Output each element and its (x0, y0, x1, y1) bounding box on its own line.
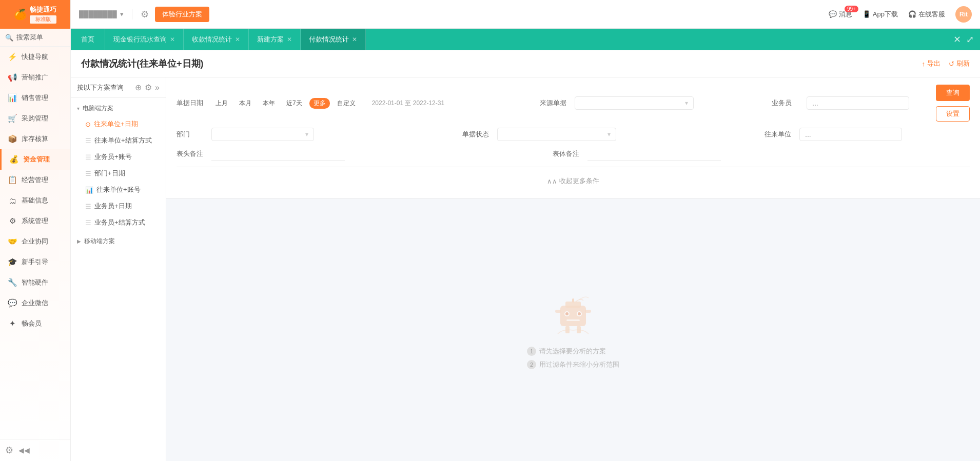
sidebar-item-finance[interactable]: 💰 资金管理 (0, 149, 70, 170)
scheme-item-staff-date[interactable]: ☰ 业务员+日期 (71, 198, 166, 214)
sidebar-item-purchase[interactable]: 🛒 采购管理 (0, 108, 70, 129)
date-label: 单据日期 (177, 98, 207, 108)
tab-payment-stats[interactable]: 付款情况统计 ✕ (301, 29, 366, 50)
notification-badge: 99+ (845, 6, 858, 12)
settings-bottom-icon[interactable]: ⚙ (5, 445, 13, 456)
search-menu[interactable]: 🔍 搜索菜单 (0, 29, 70, 47)
logo: 🍊 畅捷通巧 标准版 (0, 0, 70, 29)
sidebar-item-system[interactable]: ⚙ 系统管理 (0, 211, 70, 231)
tab-payment-stats-close[interactable]: ✕ (352, 36, 357, 43)
staff-label: 业务员 (772, 98, 802, 108)
topbar-divider (132, 9, 132, 19)
sidebar-label-cooperation: 企业协同 (22, 237, 48, 246)
scheme-item-partner-settlement[interactable]: ☰ 往来单位+结算方式 (71, 132, 166, 149)
scheme-add-icon[interactable]: ⊕ (135, 83, 142, 92)
company-dropdown-icon: ▾ (120, 10, 124, 18)
date-btn-this-month[interactable]: 本月 (235, 97, 256, 109)
purchase-icon: 🛒 (7, 113, 17, 124)
doc-status-arrow: ▾ (607, 131, 611, 138)
settings-btn[interactable]: 设置 (936, 106, 970, 122)
date-btn-last-7days[interactable]: 近7天 (282, 97, 306, 109)
sidebar-bottom: ⚙ ◀◀ (0, 439, 70, 461)
table-head-note-input[interactable] (211, 147, 345, 161)
empty-illustration (547, 290, 599, 342)
collapse-more-conditions-btn[interactable]: ∧∧ 收起更多条件 (177, 176, 970, 186)
sidebar-item-member[interactable]: ✦ 畅会员 (0, 313, 70, 334)
company-selector[interactable]: ████████ ▾ (79, 10, 124, 18)
tab-bank-flow[interactable]: 现金银行流水查询 ✕ (105, 29, 184, 50)
online-service-item[interactable]: 🎧 在线客服 (908, 10, 945, 19)
desktop-section-label: 电脑端方案 (83, 104, 113, 113)
app-download-item[interactable]: 📱 App下载 (863, 10, 898, 19)
collapse-sidebar-icon[interactable]: ◀◀ (18, 446, 30, 454)
tab-bank-flow-close[interactable]: ✕ (170, 36, 175, 43)
sidebar-item-basic-info[interactable]: 🗂 基础信息 (0, 190, 70, 211)
sidebar-item-operation[interactable]: 📋 经营管理 (0, 170, 70, 190)
sidebar-item-wechat[interactable]: 💬 企业微信 (0, 293, 70, 313)
table-body-note-input[interactable] (587, 147, 721, 161)
hint-num-1: 1 (527, 347, 536, 356)
sidebar-item-inventory[interactable]: 📦 库存核算 (0, 129, 70, 149)
dept-select[interactable]: ▾ (211, 128, 314, 141)
sidebar-item-hardware[interactable]: 🔧 智能硬件 (0, 272, 70, 293)
export-btn[interactable]: ↑ 导出 (922, 59, 941, 68)
desktop-section-header[interactable]: ▾ 电脑端方案 (71, 101, 166, 116)
scheme-item-dept-date[interactable]: ☰ 部门+日期 (71, 165, 166, 182)
tab-receipt-stats[interactable]: 收款情况统计 ✕ (184, 29, 249, 50)
app-download-label: App下载 (873, 10, 898, 19)
trial-btn[interactable]: 体验行业方案 (155, 7, 209, 22)
tab-receipt-stats-close[interactable]: ✕ (235, 36, 240, 43)
system-icon: ⚙ (7, 216, 17, 226)
inventory-icon: 📦 (7, 134, 17, 144)
date-btn-this-year[interactable]: 本年 (259, 97, 279, 109)
page-title: 付款情况统计(往来单位+日期) (81, 57, 204, 70)
sidebar-label-purchase: 采购管理 (22, 114, 48, 123)
scheme-collapse-icon[interactable]: » (155, 83, 160, 92)
sidebar-item-marketing[interactable]: 📢 营销推广 (0, 67, 70, 88)
scheme-item-staff-account[interactable]: ☰ 业务员+账号 (71, 149, 166, 165)
partner-input[interactable]: ... (799, 128, 902, 141)
avatar-text: Rit (959, 11, 968, 18)
search-icon: 🔍 (5, 34, 13, 42)
wechat-icon: 💬 (7, 298, 17, 308)
doc-status-select[interactable]: ▾ (497, 128, 616, 141)
date-btn-custom[interactable]: 自定义 (333, 97, 360, 109)
scheme-item-staff-settlement[interactable]: ☰ 业务员+结算方式 (71, 214, 166, 231)
sidebar-label-sales: 销售管理 (22, 93, 48, 103)
date-btn-last-month[interactable]: 上月 (211, 97, 232, 109)
tab-close-all-icon[interactable]: ✕ (953, 34, 961, 45)
sidebar-label-finance: 资金管理 (23, 155, 50, 164)
date-btn-more[interactable]: 更多 (309, 98, 330, 109)
refresh-btn[interactable]: ↺ 刷新 (949, 59, 970, 68)
tab-new-scheme-close[interactable]: ✕ (287, 36, 292, 43)
sidebar-item-sales[interactable]: 📊 销售管理 (0, 88, 70, 108)
topbar-settings-icon[interactable]: ⚙ (141, 9, 149, 20)
sidebar-item-quick-nav[interactable]: ⚡ 快捷导航 (0, 47, 70, 67)
scheme-dept-date-label: 部门+日期 (94, 169, 125, 178)
source-doc-label: 来源单据 (540, 98, 571, 108)
svg-point-6 (578, 312, 581, 315)
avatar[interactable]: Rit (955, 6, 972, 23)
scheme-settings-icon[interactable]: ⚙ (145, 83, 152, 92)
company-name: ████████ (79, 10, 117, 18)
sidebar-item-guide[interactable]: 🎓 新手引导 (0, 252, 70, 272)
staff-input[interactable]: ... (807, 96, 909, 110)
notification-item[interactable]: 💬 消息 99+ (829, 10, 852, 19)
topbar: ████████ ▾ ⚙ 体验行业方案 💬 消息 99+ 📱 App下载 🎧 在… (71, 0, 980, 29)
tab-expand-icon[interactable]: ⤢ (966, 34, 974, 45)
tab-home-label: 首页 (81, 35, 94, 44)
doc-status-label: 单据状态 (462, 130, 493, 139)
tab-home[interactable]: 首页 (71, 29, 105, 50)
mobile-section-header[interactable]: ▶ 移动端方案 (71, 234, 166, 249)
headset-icon: 🎧 (908, 10, 916, 18)
desktop-arrow-icon: ▾ (77, 106, 80, 111)
scheme-staff-settlement-icon: ☰ (85, 219, 91, 227)
tab-new-scheme[interactable]: 新建方案 ✕ (249, 29, 301, 50)
sidebar-item-cooperation[interactable]: 🤝 企业协同 (0, 231, 70, 252)
scheme-sidebar-label: 按以下方案查询 (77, 83, 124, 92)
scheme-item-partner-date[interactable]: ⊙ 往来单位+日期 (71, 116, 166, 132)
query-btn[interactable]: 查询 (936, 85, 970, 101)
scheme-item-partner-account[interactable]: 📊 往来单位+账号 (71, 182, 166, 198)
source-doc-select[interactable]: ▾ (575, 96, 694, 110)
sidebar-label-marketing: 营销推广 (22, 73, 48, 82)
